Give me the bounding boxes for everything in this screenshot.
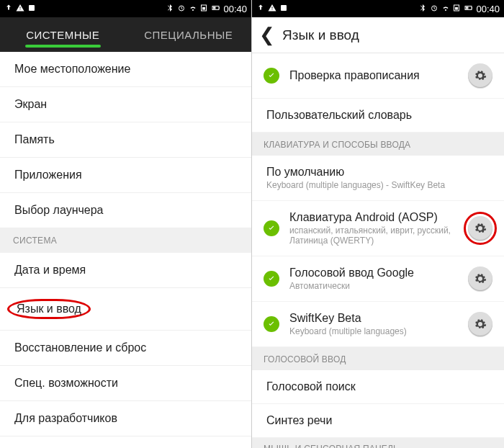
tabs: СИСТЕМНЫЕ СПЕЦИАЛЬНЫЕ [0, 17, 251, 52]
highlight-circle: Язык и ввод [7, 299, 91, 319]
bluetooth-icon [166, 4, 174, 14]
svg-rect-10 [455, 7, 458, 10]
svg-rect-3 [202, 7, 205, 10]
row-voicesearch[interactable]: Голосовой поиск [252, 370, 504, 404]
warning-icon [16, 4, 24, 14]
section-keyboard: КЛАВИАТУРА И СПОСОБЫ ВВОДА [252, 133, 504, 156]
clock: 00:40 [476, 4, 500, 14]
row-userdict[interactable]: Пользовательский словарь [252, 99, 504, 133]
gear-highlight-wrap [468, 216, 492, 241]
wifi-icon [189, 4, 197, 14]
back-button[interactable]: ❮ [259, 24, 275, 46]
warning-icon [268, 4, 276, 14]
statusbar-left: 00:40 [0, 0, 251, 17]
app-icon [27, 4, 36, 14]
tab-special[interactable]: СПЕЦИАЛЬНЫЕ [126, 17, 252, 52]
item-title: Синтез речи [266, 414, 492, 427]
row-apps[interactable]: Приложения [0, 158, 251, 193]
row-gvoice[interactable]: Голосовой ввод Google Автоматически [252, 256, 504, 302]
section-voice: ГОЛОСОВОЙ ВВОД [252, 347, 504, 370]
item-title: Пользовательский словарь [266, 109, 492, 122]
section-mouse: МЫШЬ И СЕНСОРНАЯ ПАНЕЛЬ [252, 438, 504, 448]
gear-icon[interactable] [468, 216, 492, 241]
row-location[interactable]: Мое местоположение [0, 52, 251, 87]
app-icon [279, 4, 288, 14]
alarm-icon [430, 4, 438, 14]
gear-icon[interactable] [468, 63, 492, 88]
gear-icon[interactable] [468, 266, 492, 291]
gear-icon[interactable] [468, 312, 492, 336]
item-title: Голосовой ввод Google [289, 266, 468, 279]
clock: 00:40 [223, 4, 247, 14]
row-developer[interactable]: Для разработчиков [0, 401, 251, 436]
header-title: Язык и ввод [282, 27, 359, 43]
svg-rect-6 [213, 6, 216, 9]
settings-list-left[interactable]: Мое местоположение Экран Память Приложен… [0, 52, 251, 448]
upload-icon [256, 4, 265, 14]
item-subtitle: Keyboard (multiple languages) [289, 326, 468, 336]
row-about[interactable]: О телефоне [0, 436, 251, 448]
alarm-icon [177, 4, 186, 14]
check-icon [264, 68, 279, 84]
battery-icon [212, 4, 220, 14]
item-title: Клавиатура Android (AOSP) [289, 211, 468, 224]
row-launcher[interactable]: Выбор лаунчера [0, 193, 251, 228]
item-subtitle: Keyboard (multiple languages) - SwiftKey… [266, 180, 492, 190]
wifi-icon [441, 4, 450, 14]
section-system: СИСТЕМА [0, 228, 251, 253]
row-spellcheck[interactable]: Проверка правописания [252, 53, 504, 99]
bluetooth-icon [418, 4, 427, 14]
check-icon [264, 220, 279, 236]
item-title: SwiftKey Beta [289, 312, 468, 325]
row-default[interactable]: По умолчанию Keyboard (multiple language… [252, 156, 504, 201]
phone-right: 00:40 ❮ Язык и ввод Проверка правописани… [252, 0, 504, 448]
row-memory[interactable]: Память [0, 122, 251, 158]
svg-rect-12 [472, 7, 472, 9]
signal-icon [200, 4, 209, 14]
row-datetime[interactable]: Дата и время [0, 253, 251, 288]
statusbar-right: 00:40 [252, 0, 504, 17]
phone-left: 00:40 СИСТЕМНЫЕ СПЕЦИАЛЬНЫЕ Мое местопол… [0, 0, 252, 448]
svg-rect-13 [466, 6, 469, 9]
row-accessibility[interactable]: Спец. возможности [0, 366, 251, 401]
tab-system[interactable]: СИСТЕМНЫЕ [0, 17, 126, 52]
signal-icon [453, 4, 462, 14]
settings-list-right[interactable]: Проверка правописания Пользовательский с… [252, 53, 504, 448]
battery-icon [464, 4, 473, 14]
item-title: Проверка правописания [289, 69, 468, 82]
header-right: ❮ Язык и ввод [252, 17, 504, 53]
svg-rect-7 [281, 5, 287, 11]
row-swiftkey[interactable]: SwiftKey Beta Keyboard (multiple languag… [252, 302, 504, 347]
upload-icon [4, 4, 13, 14]
row-language-input[interactable]: Язык и ввод [0, 288, 251, 331]
svg-rect-0 [29, 5, 35, 11]
item-title: По умолчанию [266, 166, 492, 179]
item-subtitle: Автоматически [289, 281, 468, 291]
row-reset[interactable]: Восстановление и сброс [0, 331, 251, 366]
svg-rect-5 [219, 7, 220, 9]
row-tts[interactable]: Синтез речи [252, 404, 504, 438]
row-aosp[interactable]: Клавиатура Android (AOSP) испанский, ита… [252, 201, 504, 256]
check-icon [264, 316, 279, 332]
row-display[interactable]: Экран [0, 87, 251, 122]
check-icon [264, 271, 279, 287]
item-subtitle: испанский, итальянский, иврит, русский, … [289, 225, 468, 246]
item-title: Голосовой поиск [266, 380, 492, 393]
